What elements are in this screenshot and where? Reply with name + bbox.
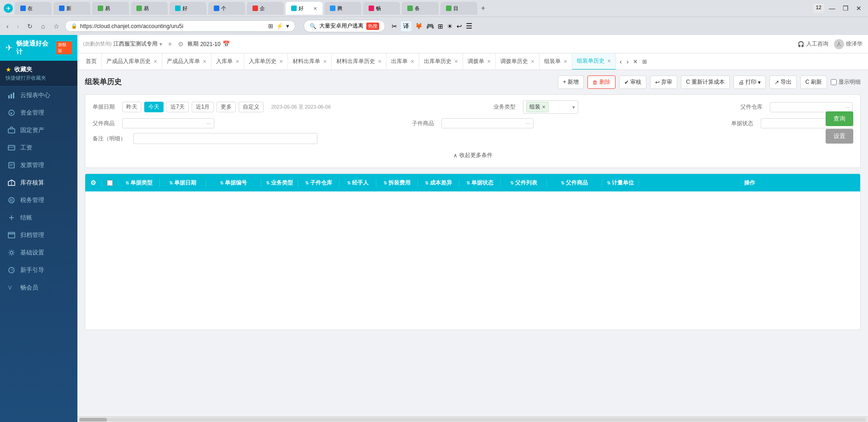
browser-tab-0[interactable]: 在 [15,2,52,15]
collapse-bar[interactable]: ∧ 收起更多条件 [93,149,853,162]
user-menu[interactable]: 人 徐泽华 [834,39,862,49]
th-date[interactable]: ⇅ 单据日期 [160,179,206,187]
tab-finished-goods[interactable]: 产成品入库单 ✕ [162,53,211,70]
th-handler[interactable]: ⇅ 经手人 [340,179,376,187]
tab-close-10[interactable]: ✕ [563,59,567,64]
browser-tab-9[interactable]: 畅 [363,2,400,15]
tab-inbound[interactable]: 入库单 ✕ [211,53,244,70]
refresh-button[interactable]: C 刷新 [800,75,827,89]
new-tab-button[interactable]: + [479,4,487,12]
select-all-checkbox[interactable] [107,180,113,186]
date-btn-custom[interactable]: 自定义 [239,102,264,112]
biz-type-tag-close[interactable]: ✕ [542,104,545,110]
game-icon[interactable]: 🎮 [426,23,434,30]
recalculate-button[interactable]: C 重新计算成本 [681,75,730,89]
grid-icon[interactable]: ⊞ [438,23,443,30]
tab-assembly-history[interactable]: 组装单历史 ✕ [572,53,616,70]
browser-tab-5[interactable]: 个 [208,2,245,15]
sidebar-item-finance[interactable]: ¥ 资金管理 [0,104,77,121]
bookmark-button[interactable]: ☆ [51,22,62,31]
tab-next-arrow[interactable]: › [625,57,631,66]
print-button[interactable]: 🖨 打印 ▾ [733,75,766,89]
date-btn-today[interactable]: 今天 [144,102,164,112]
tab-prev-arrow[interactable]: ‹ [618,57,624,66]
sidebar-item-reports[interactable]: 云报表中心 [0,87,77,104]
sidebar-item-inventory[interactable]: 库存核算 [0,174,77,191]
url-bar[interactable]: 🔒 https://cloud.chanjet.com/accounting/u… [65,20,295,32]
tab-inbound-history[interactable]: 入库单历史 ✕ [244,53,288,70]
sidebar-item-assets[interactable]: 固定资产 [0,121,77,139]
scissors-icon[interactable]: ✂ [392,23,397,30]
tab-outbound-history[interactable]: 出库单历史 ✕ [419,53,463,70]
tab-close-4[interactable]: ✕ [323,59,327,64]
browser-tab-7[interactable]: 好 ✕ [286,2,323,15]
show-detail-input[interactable] [831,79,837,85]
date-btn-more[interactable]: 更多 [217,102,236,112]
date-btn-1month[interactable]: 近1月 [192,102,214,112]
tab-transfer[interactable]: 调拨单 ✕ [463,53,496,70]
tab-more-icon[interactable]: ⊞ [640,58,649,66]
tab-close-6[interactable]: ✕ [411,59,414,64]
company-selector[interactable]: (勿删勿禁用) 江西服宝测试专用 ▾ [83,40,162,48]
favorites-shortcut[interactable]: 快捷键打开收藏夹 [6,75,72,81]
browser-tab-1[interactable]: 新 [53,2,90,15]
hot-badge[interactable]: 热搜 [366,23,379,30]
tab-home[interactable]: 首页 [81,53,102,70]
browser-tab-6[interactable]: 企 [247,2,284,15]
query-button[interactable]: 查询 [826,111,853,126]
tab-close-0[interactable]: ✕ [153,59,157,64]
th-unit[interactable]: ⇅ 计量单位 [602,179,639,187]
sidebar-item-salary[interactable]: 工资 [0,139,77,156]
export-button[interactable]: ↗ 导出 [769,75,797,89]
review-button[interactable]: ✔ 审核 [619,75,646,89]
close-button[interactable]: ✕ [853,4,864,13]
translate-icon[interactable]: 译 [401,21,411,31]
th-biz-type[interactable]: ⇅ 业务类型 [261,179,298,187]
period-selector[interactable]: 账期 2021-10 📅 [188,40,230,48]
note-input[interactable] [133,133,317,144]
th-cost-diff[interactable]: ⇅ 成本差异 [418,179,459,187]
tab-transfer-history[interactable]: 调拨单历史 ✕ [496,53,540,70]
calendar-icon[interactable]: 📅 [223,40,230,47]
parent-goods-input[interactable]: ··· [122,118,214,128]
th-number[interactable]: ⇅ 单据编号 [206,179,261,187]
menu-icon[interactable]: ☰ [466,22,472,30]
tab-close-7[interactable]: ✕ [454,59,458,64]
home-button[interactable]: ⌂ [38,22,47,31]
qr-icon[interactable]: ⊞ [268,23,273,29]
print-dropdown-icon[interactable]: ▾ [758,79,761,86]
sidebar-item-archive[interactable]: 归档管理 [0,226,77,244]
browser-tab-3[interactable]: 易 [131,2,168,15]
browser-tab-close-7[interactable]: ✕ [313,6,317,11]
sidebar-item-settle[interactable]: 结账 [0,209,77,226]
reload-button[interactable]: ↻ [24,22,35,31]
company-dropdown-icon[interactable]: ▾ [159,41,162,47]
browser-tab-11[interactable]: 目 [440,2,477,15]
back-button[interactable]: ‹ [4,22,12,31]
scrollbar-thumb[interactable] [79,418,107,422]
th-child-wh[interactable]: ⇅ 子件仓库 [298,179,340,187]
date-btn-yesterday[interactable]: 昨天 [122,102,141,112]
tab-close-2[interactable]: ✕ [235,59,239,64]
forward-button[interactable]: › [14,22,22,31]
add-button[interactable]: + 新增 [558,75,584,89]
tab-close-1[interactable]: ✕ [203,59,206,64]
minimize-button[interactable]: — [826,4,838,13]
dropdown-icon[interactable]: ▾ [286,23,289,29]
delete-button[interactable]: 🗑 删除 [587,75,616,89]
sidebar-item-invoice[interactable]: 发票管理 [0,156,77,174]
settings-gear-icon[interactable]: ⚙ [178,40,184,48]
tab-close-current[interactable]: ✕ [631,58,639,66]
emoji-icon[interactable]: 🦊 [415,23,422,29]
win-badge[interactable]: 12 [813,4,824,13]
scrollbar-track[interactable] [79,418,866,422]
tab-outbound[interactable]: 出库单 ✕ [387,53,419,70]
horizontal-scrollbar[interactable] [77,416,868,422]
browser-tab-4[interactable]: 好 [170,2,206,15]
abandon-button[interactable]: ↩ 弃审 [650,75,677,89]
tab-close-9[interactable]: ✕ [531,59,534,64]
tab-close-5[interactable]: ✕ [378,59,381,64]
tab-close-8[interactable]: ✕ [487,59,491,64]
biz-type-dropdown-icon[interactable]: ▾ [572,104,575,110]
add-company-button[interactable]: + [166,40,174,48]
